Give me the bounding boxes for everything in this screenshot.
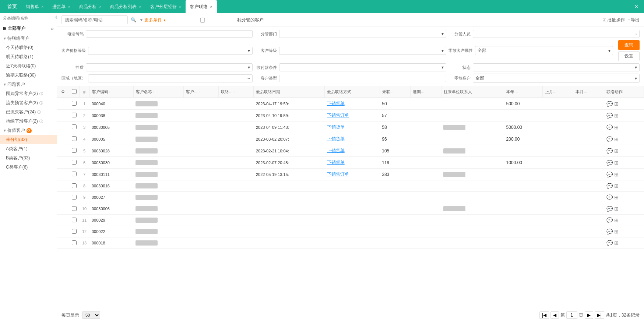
th-last-month[interactable]: 上月... <box>542 86 573 98</box>
message-icon[interactable]: 💬 <box>606 240 613 246</box>
td-check[interactable] <box>69 133 79 145</box>
filter-select-payment[interactable]: ▾ <box>279 63 446 71</box>
row-checkbox[interactable] <box>72 148 77 153</box>
td-check[interactable] <box>69 110 79 121</box>
th-type[interactable]: 客户... : <box>184 86 219 98</box>
contact-method-link[interactable]: 下销货单 <box>327 124 345 130</box>
td-check[interactable] <box>69 98 79 110</box>
sidebar-all-customers[interactable]: ⊞ 全部客户 « <box>0 23 57 34</box>
sidebar-item-churn-warning[interactable]: 流失预警客户(3) ⓘ <box>0 98 57 107</box>
contact-method-link[interactable]: 下销售订单 <box>327 172 349 177</box>
nav-tab-analysis-list[interactable]: 商品分析列表 × <box>106 0 145 13</box>
nav-tab-sales[interactable]: 销售单 × <box>21 0 48 13</box>
sidebar-group-pending[interactable]: ▼ 待联络客户 <box>0 34 57 43</box>
nav-tab-customer-tier[interactable]: 客户分层经营 × <box>146 0 186 13</box>
message-icon[interactable]: 💬 <box>606 160 613 166</box>
th-this-month[interactable]: 本月... <box>573 86 604 98</box>
sidebar-item-7day-pending[interactable]: 近7天待联络(0) <box>0 61 57 71</box>
contact-method-link[interactable]: 下销货单 <box>327 136 345 141</box>
sidebar-item-churned[interactable]: 已流失客户(24) ⓘ <box>0 107 57 117</box>
td-check[interactable] <box>69 121 79 133</box>
filter-select-scattered-attr[interactable]: 全部 ▾ <box>475 46 613 55</box>
contact-method-link[interactable]: 下销货单 <box>327 101 345 106</box>
grid-icon[interactable]: ⊞ <box>614 160 619 166</box>
grid-icon[interactable]: ⊞ <box>614 229 619 234</box>
sidebar-item-b-class[interactable]: B类客户(33) <box>0 154 57 163</box>
grid-icon[interactable]: ⊞ <box>614 194 619 200</box>
next-page-button[interactable]: ▶ <box>585 311 593 319</box>
close-all-button[interactable]: × <box>632 3 641 10</box>
td-check[interactable] <box>69 145 79 157</box>
td-check[interactable] <box>69 226 79 237</box>
first-page-button[interactable]: |◀ <box>539 311 549 319</box>
row-checkbox[interactable] <box>72 101 77 106</box>
message-icon[interactable]: 💬 <box>606 194 613 200</box>
sidebar-search-input[interactable] <box>3 16 54 20</box>
filter-input-phone[interactable] <box>86 30 253 38</box>
row-checkbox[interactable] <box>72 229 77 234</box>
nav-tab-purchase[interactable]: 进货单 × <box>48 0 74 13</box>
nav-home[interactable]: 首页 <box>3 0 21 13</box>
filter-select-customer-level[interactable]: ▾ <box>279 47 446 55</box>
search-input[interactable] <box>61 15 128 24</box>
td-check[interactable] <box>69 157 79 169</box>
sidebar-item-overdue-pending[interactable]: 逾期未联络(30) <box>0 71 57 80</box>
close-icon[interactable]: × <box>68 4 70 9</box>
th-contact[interactable]: 联络... : <box>219 86 254 98</box>
message-icon[interactable]: 💬 <box>606 101 613 107</box>
sidebar-group-value[interactable]: ▼ 价值客户 ⟳ <box>0 126 57 135</box>
grid-icon[interactable]: ⊞ <box>614 172 619 177</box>
close-icon[interactable]: × <box>41 4 43 9</box>
close-icon[interactable]: × <box>139 4 141 9</box>
th-code[interactable]: 客户编码 : <box>89 86 133 98</box>
filter-select-status[interactable]: ▾ <box>473 63 640 71</box>
row-checkbox[interactable] <box>72 172 77 176</box>
contact-method-link[interactable]: 下销售订单 <box>327 113 349 118</box>
sidebar-item-declining[interactable]: 持续下滑客户(2) ⓘ <box>0 117 57 126</box>
message-icon[interactable]: 💬 <box>606 217 613 223</box>
message-icon[interactable]: 💬 <box>606 113 613 119</box>
prev-page-button[interactable]: ◀ <box>550 311 559 319</box>
th-last-contact-method[interactable]: 最后联络方式 <box>325 86 380 98</box>
td-check[interactable] <box>69 192 79 203</box>
row-checkbox[interactable] <box>72 160 77 165</box>
sidebar-item-today-pending[interactable]: 今天待联络(0) <box>0 43 57 52</box>
message-icon[interactable]: 💬 <box>606 183 613 189</box>
close-icon[interactable]: × <box>99 4 101 9</box>
td-check[interactable] <box>69 180 79 192</box>
page-size-select[interactable]: 50 100 200 <box>82 311 100 319</box>
grid-icon[interactable]: ⊞ <box>614 217 619 223</box>
contact-method-link[interactable]: 下销货单 <box>327 148 345 153</box>
filter-select-manager[interactable]: ··· <box>473 30 640 38</box>
row-checkbox[interactable] <box>72 195 77 200</box>
th-check[interactable] <box>69 86 79 98</box>
td-check[interactable] <box>69 203 79 215</box>
filter-select-region[interactable]: ··· <box>88 74 253 82</box>
search-icon[interactable]: 🔍 <box>131 17 136 22</box>
message-icon[interactable]: 💬 <box>606 229 613 234</box>
batch-op-button[interactable]: ☑ 批量操作 <box>602 17 625 23</box>
my-customers-checkbox[interactable] <box>169 18 236 22</box>
sidebar-item-ungrouped[interactable]: 未分组(32) <box>0 135 57 144</box>
close-icon[interactable]: × <box>210 4 212 9</box>
row-checkbox[interactable] <box>72 136 77 141</box>
row-checkbox[interactable] <box>72 113 77 117</box>
grid-icon[interactable]: ⊞ <box>614 183 619 189</box>
grid-icon[interactable]: ⊞ <box>614 240 619 246</box>
sidebar-item-abnormal[interactable]: 囤购异常客户(2) ⓘ <box>0 89 57 98</box>
last-page-button[interactable]: ▶| <box>595 311 604 319</box>
th-no-contact[interactable]: 未联... <box>380 86 411 98</box>
row-checkbox[interactable] <box>72 183 77 188</box>
contact-method-link[interactable]: 下销货单 <box>327 160 345 165</box>
message-icon[interactable]: 💬 <box>606 148 613 154</box>
filter-select-nature[interactable]: ▾ <box>86 63 253 71</box>
th-this-year[interactable]: 本年... <box>504 86 543 98</box>
th-name[interactable]: 客户名称 : <box>133 86 183 98</box>
message-icon[interactable]: 💬 <box>606 124 613 130</box>
row-checkbox[interactable] <box>72 218 77 222</box>
grid-icon[interactable]: ⊞ <box>614 101 619 107</box>
page-input[interactable] <box>566 311 577 319</box>
th-unit-contact[interactable]: 往来单位联系人 <box>441 86 504 98</box>
th-settings[interactable]: ⚙ <box>57 86 69 98</box>
filter-input-customer-type[interactable] <box>279 75 446 82</box>
